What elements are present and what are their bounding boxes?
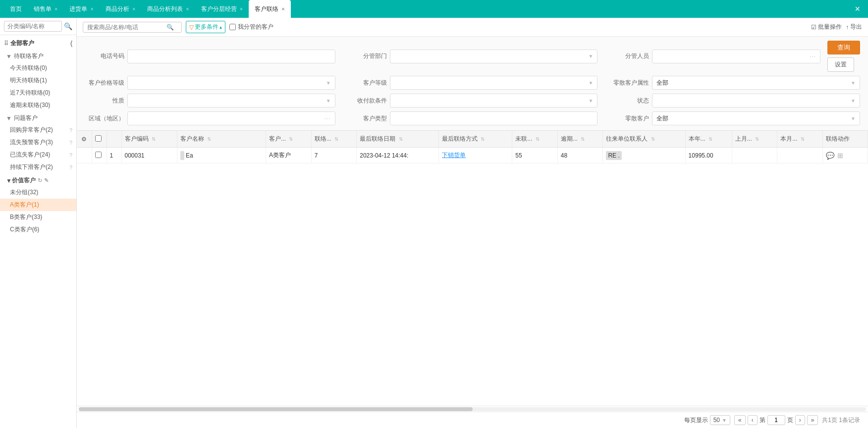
sidebar-all-customers[interactable]: ⠿ 全部客户 ⟨	[0, 35, 76, 50]
sidebar-group-problem[interactable]: ▼ 问题客户	[0, 111, 76, 124]
customer-type-input[interactable]	[390, 111, 598, 125]
page-size-label: 每页显示	[684, 416, 708, 425]
collapse-icon[interactable]: ⟨	[70, 40, 72, 48]
close-product-analysis-tab[interactable]: ×	[132, 6, 135, 12]
batch-ops-btn[interactable]: ☑ 批量操作	[811, 23, 842, 31]
col-this-year-header[interactable]: 本年... ⇅	[685, 131, 732, 148]
retail-attr-input[interactable]: 全部 ▼	[652, 76, 860, 90]
close-product-list-tab[interactable]: ×	[186, 6, 189, 12]
sidebar-item-tomorrow[interactable]: 明天待联络(1)	[0, 74, 76, 87]
sidebar-search-icon[interactable]: 🔍	[64, 22, 72, 30]
col-name-header[interactable]: 客户名称 ⇅	[177, 131, 266, 148]
my-customers-filter[interactable]: 我分管的客户	[229, 23, 273, 31]
select-all-checkbox[interactable]	[95, 135, 102, 142]
col-contact-header[interactable]: 联络... ⇅	[311, 131, 357, 148]
col-this-month-header[interactable]: 本月... ⇅	[777, 131, 823, 148]
col-last-date-header[interactable]: 最后联络日期 ⇅	[357, 131, 439, 148]
sidebar-item-today[interactable]: 今天待联络(0)	[0, 62, 76, 74]
col-last-month-header[interactable]: 上月... ⇅	[732, 131, 777, 148]
nav-tab-customer-contact[interactable]: 客户联络 ×	[249, 0, 290, 18]
sidebar-item-type-b[interactable]: B类客户(33)	[0, 211, 76, 223]
sort-last-date[interactable]: ⇅	[399, 136, 403, 142]
nature-input[interactable]: ▼	[127, 94, 335, 107]
gear-icon[interactable]: ⚙	[81, 136, 87, 143]
filter-search-input[interactable]	[87, 24, 166, 31]
sidebar-item-type-c[interactable]: C类客户(6)	[0, 223, 76, 236]
sort-overdue[interactable]: ⇅	[581, 136, 585, 142]
sort-no-contact[interactable]: ⇅	[536, 136, 540, 142]
page-prev-btn[interactable]: ‹	[748, 415, 758, 425]
sort-last-method[interactable]: ⇅	[481, 136, 485, 142]
nav-tab-purchase[interactable]: 进货单 ×	[63, 0, 99, 18]
dept-input[interactable]: ▼	[390, 50, 598, 63]
sort-this-month[interactable]: ⇅	[801, 136, 805, 142]
close-sales-tab[interactable]: ×	[54, 6, 57, 12]
row-select-checkbox[interactable]	[95, 152, 102, 158]
sort-type[interactable]: ⇅	[289, 136, 293, 142]
nav-tab-home[interactable]: 首页	[4, 0, 28, 18]
col-checkbox-header[interactable]	[92, 131, 107, 148]
close-purchase-tab[interactable]: ×	[90, 6, 93, 12]
chat-action-icon[interactable]: 💬	[826, 152, 834, 160]
sort-contact-person[interactable]: ⇅	[651, 136, 655, 142]
page-first-btn[interactable]: «	[734, 415, 746, 425]
horizontal-scrollbar[interactable]	[77, 406, 868, 412]
qrcode-action-icon[interactable]: ⊞	[837, 152, 843, 160]
page-size-box[interactable]: 50 ▼	[710, 415, 730, 425]
close-customer-contact-tab[interactable]: ×	[281, 6, 284, 12]
row-last-method[interactable]: 下销货单	[439, 148, 512, 163]
sidebar-item-overdue[interactable]: 逾期未联络(30)	[0, 99, 76, 111]
sidebar-item-type-a[interactable]: A类客户(1)	[0, 199, 76, 211]
close-customer-seg-tab[interactable]: ×	[240, 6, 243, 12]
col-no-contact-header[interactable]: 未联... ⇅	[512, 131, 558, 148]
page-next-btn[interactable]: ›	[795, 415, 805, 425]
sidebar-item-ungrouped[interactable]: 未分组(32)	[0, 186, 76, 199]
price-level-input[interactable]: ▼	[127, 76, 335, 90]
close-all-tabs[interactable]: ×	[851, 4, 864, 14]
sort-name[interactable]: ⇅	[207, 136, 211, 142]
payment-input[interactable]: ▼	[390, 94, 598, 107]
my-customers-checkbox[interactable]	[229, 24, 236, 30]
col-gear[interactable]: ⚙	[77, 131, 92, 148]
col-overdue-header[interactable]: 逾期... ⇅	[557, 131, 603, 148]
sort-contact[interactable]: ⇅	[334, 136, 338, 142]
page-last-btn[interactable]: »	[807, 415, 818, 425]
sidebar-group-pending[interactable]: ▼ 待联络客户	[0, 50, 76, 62]
export-btn[interactable]: ↑ 导出	[846, 23, 862, 31]
sort-code[interactable]: ⇅	[152, 136, 156, 142]
customer-level-input[interactable]: ▼	[390, 76, 598, 90]
sidebar-item-declining[interactable]: 持续下滑客户(2) ?	[0, 161, 76, 173]
sidebar-item-churned[interactable]: 已流失客户(24) ?	[0, 149, 76, 161]
col-type-header[interactable]: 客户... ⇅	[266, 131, 312, 148]
retail-customer-input[interactable]: 全部 ▼	[652, 111, 860, 125]
col-code-header[interactable]: 客户编码 ⇅	[121, 131, 177, 148]
row-code[interactable]: 000031	[121, 148, 177, 163]
scrollbar-track[interactable]	[79, 407, 866, 411]
sort-last-month[interactable]: ⇅	[755, 136, 759, 142]
sidebar-item-repurchase-anomaly[interactable]: 回购异常客户(2) ?	[0, 124, 76, 136]
sidebar-search-input[interactable]	[4, 21, 62, 32]
sidebar-group-value[interactable]: ▼ 价值客户 ↻ ✎	[0, 173, 76, 186]
sort-this-year[interactable]: ⇅	[708, 136, 712, 142]
col-last-method-header[interactable]: 最后联络方式 ⇅	[439, 131, 512, 148]
status-input[interactable]: ▼	[652, 94, 860, 107]
page-number-input[interactable]	[767, 415, 785, 425]
sidebar-item-7days[interactable]: 近7天待联络(0)	[0, 87, 76, 99]
filter-search-icon[interactable]: 🔍	[166, 24, 174, 31]
phone-input[interactable]	[127, 50, 335, 63]
person-input[interactable]: ···	[652, 50, 820, 63]
region-input[interactable]: ···	[127, 111, 335, 125]
row-checkbox[interactable]	[92, 148, 107, 163]
nav-tab-product-analysis[interactable]: 商品分析 ×	[100, 0, 141, 18]
edit-icon[interactable]: ✎	[44, 177, 49, 184]
scrollbar-thumb[interactable]	[79, 407, 473, 411]
refresh-icon[interactable]: ↻	[38, 177, 42, 184]
sidebar-item-churn-warning[interactable]: 流失预警客户(3) ?	[0, 136, 76, 149]
nav-tab-customer-seg[interactable]: 客户分层经营 ×	[195, 0, 249, 18]
settings-button[interactable]: 设置	[827, 57, 854, 72]
nav-tab-product-list[interactable]: 商品分析列表 ×	[141, 0, 195, 18]
query-button[interactable]: 查询	[827, 41, 860, 54]
nav-tab-sales[interactable]: 销售单 ×	[28, 0, 63, 18]
col-contact-person-header[interactable]: 往来单位联系人 ⇅	[603, 131, 685, 148]
filter-more-btn[interactable]: ▽ 更多条件 ▴	[186, 21, 225, 33]
